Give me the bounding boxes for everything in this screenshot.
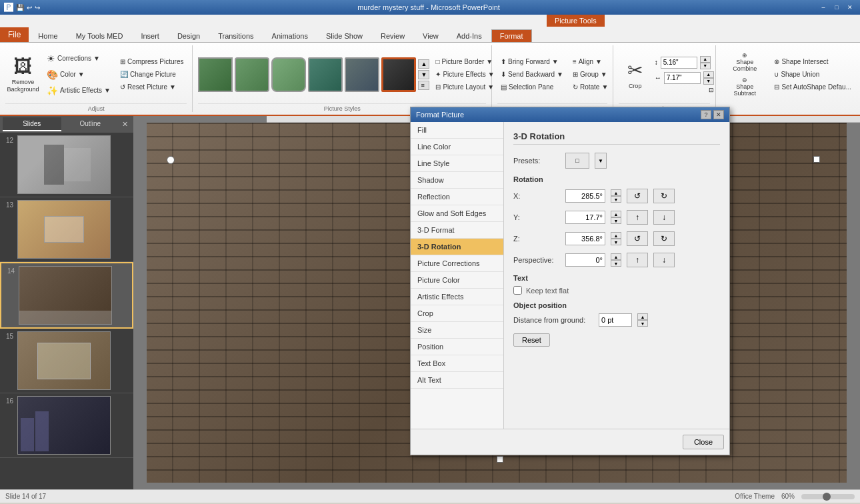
align-dropdown[interactable]: ▼ bbox=[595, 58, 602, 65]
nav-artistic-effects[interactable]: Artistic Effects bbox=[411, 289, 503, 305]
pic-style-5[interactable] bbox=[345, 57, 379, 92]
rotate-dropdown[interactable]: ▼ bbox=[601, 83, 608, 91]
z-rotate-ccw[interactable]: ↺ bbox=[627, 231, 648, 246]
z-rotation-input[interactable] bbox=[565, 232, 605, 245]
selection-handle-corner[interactable] bbox=[813, 156, 820, 163]
nav-alt-text[interactable]: Alt Text bbox=[411, 372, 503, 389]
slide-item-12[interactable]: 12 bbox=[0, 133, 133, 197]
nav-fill[interactable]: Fill bbox=[411, 122, 503, 139]
y-spin-up[interactable]: ▲ bbox=[611, 211, 621, 217]
pic-styles-scroll-down[interactable]: ▼ bbox=[418, 70, 429, 79]
tab-addins[interactable]: Add-Ins bbox=[448, 29, 491, 42]
tab-animations[interactable]: Animations bbox=[263, 29, 317, 42]
zoom-slider[interactable] bbox=[801, 494, 855, 499]
pic-style-6[interactable] bbox=[381, 57, 416, 92]
height-up[interactable]: ▲ bbox=[700, 56, 711, 63]
send-backward-button[interactable]: ⬇ Send Backward ▼ bbox=[497, 69, 567, 80]
dialog-close-footer-button[interactable]: Close bbox=[683, 435, 724, 449]
shape-combine-button[interactable]: ⊕ Shape Combine bbox=[721, 51, 768, 74]
tab-format[interactable]: Format bbox=[491, 29, 532, 42]
persp-btn1[interactable]: ↑ bbox=[627, 253, 648, 267]
dist-up[interactable]: ▲ bbox=[637, 313, 648, 320]
keep-text-flat-checkbox[interactable] bbox=[513, 286, 522, 295]
y-rotate-down[interactable]: ↓ bbox=[653, 210, 675, 225]
artistic-dropdown[interactable]: ▼ bbox=[104, 87, 111, 94]
y-spin-down[interactable]: ▼ bbox=[611, 217, 621, 224]
nav-3d-format[interactable]: 3-D Format bbox=[411, 222, 503, 239]
artistic-effects-button[interactable]: ✨ Artistic Effects ▼ bbox=[43, 83, 114, 98]
y-rotate-up[interactable]: ↑ bbox=[627, 210, 648, 225]
z-rotate-cw[interactable]: ↻ bbox=[653, 231, 675, 246]
nav-crop[interactable]: Crop bbox=[411, 305, 503, 322]
slide-panel-close[interactable]: ✕ bbox=[119, 117, 131, 131]
size-dialog-launcher[interactable]: ⊡ bbox=[655, 87, 714, 93]
pic-style-4[interactable] bbox=[308, 57, 343, 92]
nav-picture-color[interactable]: Picture Color bbox=[411, 272, 503, 289]
tab-home[interactable]: Home bbox=[29, 29, 66, 42]
presets-button[interactable]: □ bbox=[565, 153, 589, 169]
nav-picture-corrections[interactable]: Picture Corrections bbox=[411, 255, 503, 272]
shape-intersect-button[interactable]: ⊗ Shape Intersect bbox=[771, 56, 855, 67]
x-rotate-left[interactable]: ↺ bbox=[627, 189, 648, 203]
pic-styles-more[interactable]: ≡ bbox=[418, 81, 429, 90]
x-rotation-input[interactable] bbox=[565, 189, 605, 203]
persp-spin-up[interactable]: ▲ bbox=[611, 253, 621, 260]
selection-handle-bottom[interactable] bbox=[497, 456, 503, 463]
height-down[interactable]: ▼ bbox=[700, 63, 711, 69]
remove-background-button[interactable]: 🖼 Remove Background bbox=[5, 50, 41, 99]
slides-tab[interactable]: Slides bbox=[3, 117, 61, 131]
group-button[interactable]: ⊞ Group ▼ bbox=[569, 69, 611, 80]
change-picture-button[interactable]: 🔄 Change Picture bbox=[117, 69, 187, 80]
x-spin-down[interactable]: ▼ bbox=[611, 196, 621, 203]
slide-item-13[interactable]: 13 bbox=[0, 197, 133, 262]
close-window-button[interactable]: ✕ bbox=[844, 3, 856, 12]
color-button[interactable]: 🎨 Color ▼ bbox=[43, 67, 114, 82]
tab-view[interactable]: View bbox=[414, 29, 447, 42]
slide-item-14[interactable]: 14 bbox=[0, 262, 133, 329]
width-up[interactable]: ▲ bbox=[703, 71, 714, 78]
nav-shadow[interactable]: Shadow bbox=[411, 172, 503, 189]
distance-input[interactable] bbox=[599, 313, 632, 327]
dist-down[interactable]: ▼ bbox=[637, 320, 648, 327]
tab-review[interactable]: Review bbox=[372, 29, 413, 42]
tab-insert[interactable]: Insert bbox=[132, 29, 168, 42]
slide-item-16[interactable]: 16 bbox=[0, 393, 133, 458]
selection-handle-top[interactable] bbox=[167, 156, 175, 164]
perspective-input[interactable] bbox=[565, 253, 605, 267]
color-dropdown[interactable]: ▼ bbox=[78, 71, 85, 78]
z-spin-up[interactable]: ▲ bbox=[611, 232, 621, 239]
outline-tab[interactable]: Outline bbox=[61, 117, 120, 131]
pic-styles-scroll-up[interactable]: ▲ bbox=[418, 59, 429, 69]
persp-btn2[interactable]: ↓ bbox=[653, 253, 675, 267]
pic-style-1[interactable] bbox=[198, 57, 233, 92]
reset-picture-button[interactable]: ↺ Reset Picture ▼ bbox=[117, 81, 187, 93]
slide-item-15[interactable]: 15 bbox=[0, 329, 133, 393]
height-input[interactable] bbox=[661, 57, 697, 69]
presets-dropdown[interactable]: ▼ bbox=[595, 153, 607, 169]
nav-position[interactable]: Position bbox=[411, 339, 503, 355]
dialog-close-button[interactable]: ✕ bbox=[713, 110, 724, 119]
nav-text-box[interactable]: Text Box bbox=[411, 355, 503, 372]
align-button[interactable]: ≡ Align ▼ bbox=[569, 56, 611, 67]
bring-forward-button[interactable]: ⬆ Bring Forward ▼ bbox=[497, 56, 567, 67]
tab-design[interactable]: Design bbox=[169, 29, 209, 42]
picture-border-button[interactable]: □ Picture Border ▼ bbox=[432, 56, 497, 67]
nav-size[interactable]: Size bbox=[411, 322, 503, 339]
selection-pane-button[interactable]: ▤ Selection Pane bbox=[497, 81, 567, 93]
pic-style-3[interactable] bbox=[271, 57, 306, 92]
crop-button[interactable]: ✂ Crop bbox=[619, 50, 652, 99]
tab-file[interactable]: File bbox=[0, 27, 29, 42]
nav-glow[interactable]: Glow and Soft Edges bbox=[411, 205, 503, 222]
width-down[interactable]: ▼ bbox=[703, 78, 714, 85]
x-rotate-right[interactable]: ↻ bbox=[653, 189, 675, 203]
y-rotation-input[interactable] bbox=[565, 211, 605, 224]
minimize-button[interactable]: – bbox=[817, 3, 829, 12]
corrections-button[interactable]: ☀ Corrections ▼ bbox=[43, 51, 114, 66]
width-input[interactable] bbox=[664, 72, 701, 84]
tab-slideshow[interactable]: Slide Show bbox=[317, 29, 371, 42]
x-spin-up[interactable]: ▲ bbox=[611, 189, 621, 196]
nav-line-color[interactable]: Line Color bbox=[411, 139, 503, 155]
tab-transitions[interactable]: Transitions bbox=[209, 29, 262, 42]
picture-effects-button[interactable]: ✦ Picture Effects ▼ bbox=[432, 69, 497, 80]
corrections-dropdown[interactable]: ▼ bbox=[93, 55, 100, 62]
